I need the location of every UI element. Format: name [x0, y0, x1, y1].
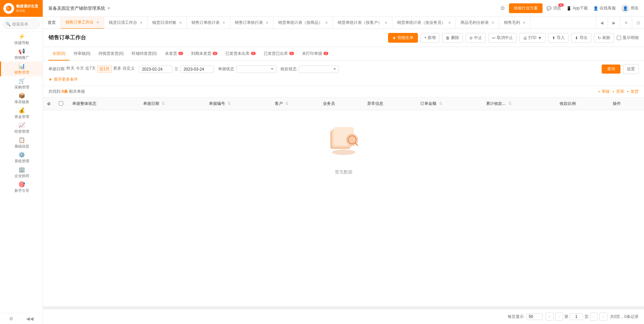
sidebar-item-inventory[interactable]: 📦 库存核算 [0, 91, 43, 106]
new-btn[interactable]: + 新增 [421, 33, 439, 43]
detail-checkbox-input[interactable] [617, 36, 621, 40]
sidebar-item-purchase[interactable]: 🛒 采购管理 [0, 76, 43, 91]
tab-close-cash-reconcile[interactable]: ✕ [179, 21, 182, 25]
collapse-btn[interactable]: ◀◀ [26, 316, 34, 321]
page-last-btn[interactable]: » [599, 313, 607, 321]
tab-close-more[interactable]: ✕ [523, 21, 525, 25]
filter-tab-shipped-not-out[interactable]: 已发货未出库 0 [221, 47, 260, 60]
ship-btn[interactable]: 发货 [627, 89, 639, 94]
tab-close-product[interactable]: ✕ [325, 21, 328, 25]
tab-close-all[interactable]: ✕ [620, 17, 632, 29]
app-download-btn[interactable]: 📱 App下载 [566, 5, 588, 11]
page-size-select[interactable]: 50 10 20 100 [526, 313, 543, 320]
user-menu[interactable]: 👤 用友 [621, 4, 639, 12]
th-received[interactable]: 累计收款... ⇅ [482, 97, 555, 110]
page-input[interactable] [570, 313, 583, 320]
page-prev-btn[interactable]: ‹ [555, 313, 563, 321]
tab-close-staff[interactable]: ✕ [448, 21, 451, 25]
show-detail-checkbox[interactable]: 显示明细 [617, 35, 639, 41]
filter-tab-not-shipped[interactable]: 未发货 0 [161, 47, 187, 60]
tab-maximize[interactable]: ⊡ [632, 17, 644, 29]
sidebar-item-guide[interactable]: 🎯 新手引导 [0, 180, 43, 195]
tab-close-cash-daily[interactable]: ✕ [140, 21, 142, 25]
reject-btn[interactable]: 弃审 [612, 89, 624, 94]
filter-tab-all[interactable]: 全部(0) [48, 47, 70, 60]
status-select[interactable] [236, 66, 276, 73]
sidebar-item-finance[interactable]: 💰 资金管理 [0, 106, 43, 121]
custom-date-btn[interactable]: 自定义 [123, 66, 135, 73]
filter-tab-not-printed[interactable]: 未打印单据 0 [298, 47, 332, 60]
select-all-checkbox[interactable] [59, 101, 63, 106]
tab-sales-more[interactable]: 销售毛利 ✕ [499, 17, 530, 29]
tab-close-exec[interactable]: ✕ [266, 21, 268, 25]
th-number[interactable]: 单据编号 ⇅ [205, 97, 271, 110]
filter-tab-wangpu[interactable]: 旺铺待发货(0) [128, 47, 161, 60]
tab-scroll-left[interactable]: ◀ [596, 17, 608, 29]
th-settings[interactable]: ⚙ [43, 97, 55, 110]
today-btn[interactable]: 今天 [76, 66, 84, 73]
expand-btn[interactable]: ▼ 展开更多条件 [48, 77, 639, 82]
cancel-stop-btn[interactable]: ↩ 取消中止 [488, 33, 517, 43]
import-icon: ⬆ [552, 36, 555, 40]
tab-close-stat[interactable]: ✕ [222, 21, 225, 25]
horizontal-scrollbar[interactable] [43, 306, 644, 309]
settings-btn[interactable]: ⚙ [9, 316, 13, 321]
sidebar-item-operation[interactable]: 📈 经营管理 [0, 121, 43, 135]
tab-sales-order-exec[interactable]: 销售订单执行表 ✕ [230, 17, 273, 29]
audit-btn[interactable]: 审核 [598, 89, 610, 94]
sidebar-item-system[interactable]: ⚙️ 系统管理 [0, 150, 43, 165]
tab-sales-stat-staff[interactable]: 销货单统计表（按业务员） ✕ [392, 17, 456, 29]
tab-cash-reconcile[interactable]: 钱货日清对账 ✕ [147, 17, 187, 29]
smart-btn[interactable]: ★ 智能生单 [388, 33, 418, 43]
sidebar-item-marketing[interactable]: 📢 营销推广 [0, 47, 43, 62]
tab-sales-order-workbench[interactable]: 销售订单工作台 ✕ [61, 17, 104, 29]
print-btn[interactable]: 🖨 打印 ▼ [519, 33, 546, 43]
online-service-btn[interactable]: 👤 在线客服 [593, 5, 616, 11]
filter-tab-pending-review[interactable]: 待审核(0) [70, 47, 95, 60]
th-customer[interactable]: 客户 ⇅ [271, 97, 319, 110]
industry-btn[interactable]: 体验行业方案 [509, 3, 543, 13]
tab-close-sales[interactable]: ✕ [96, 21, 99, 24]
month-btn[interactable]: 近1月 [97, 66, 112, 73]
tab-goods-margin[interactable]: 商品毛利分析表 ✕ [456, 17, 499, 29]
date-from-input[interactable] [139, 66, 172, 73]
payment-select[interactable] [299, 66, 339, 73]
export-btn[interactable]: ⬇ 导出 [571, 33, 591, 43]
import-btn[interactable]: ⬆ 导入 [548, 33, 568, 43]
date-to-input[interactable] [180, 66, 214, 73]
page-next-btn[interactable]: › [590, 313, 598, 321]
sidebar-item-basic[interactable]: 📋 基础信息 [0, 135, 43, 150]
tab-close-customer[interactable]: ✕ [385, 21, 387, 25]
week-btn[interactable]: 近7天 [85, 66, 96, 73]
stop-btn[interactable]: ⊘ 中止 [466, 33, 486, 43]
not-shipped-badge: 0 [178, 52, 183, 55]
tab-cash-daily[interactable]: 钱货日清工作台 ✕ [104, 17, 147, 29]
th-checkbox[interactable] [55, 97, 68, 110]
filter-tab-pending-inspect[interactable]: 待拣货发货(0) [94, 47, 128, 60]
more-date-btn[interactable]: 更多 [113, 66, 121, 73]
set-btn[interactable]: 设置 [623, 64, 639, 74]
tab-sales-order-stat[interactable]: 销售订单统计表 ✕ [187, 17, 230, 29]
th-amount[interactable]: 订单金额 ⇅ [416, 97, 482, 110]
tab-home[interactable]: 首页 [43, 17, 61, 29]
th-date[interactable]: 单据日期 ⇅ [139, 97, 205, 110]
yesterday-btn[interactable]: 昨天 [67, 66, 75, 73]
sidebar-item-corp[interactable]: 🏢 企业协同 [0, 165, 43, 180]
refresh-btn[interactable]: ↻ 刷新 [594, 33, 614, 43]
query-btn[interactable]: 查询 [602, 65, 620, 74]
tab-sales-stat-customer[interactable]: 销货单统计表（按客户） ✕ [333, 17, 392, 29]
delete-btn[interactable]: 🗑 删除 [442, 33, 463, 43]
tab-controls: ◀ ▶ ✕ ⊡ [596, 17, 644, 29]
sidebar-item-quick[interactable]: ⚡ 快捷导航 [0, 32, 43, 47]
tab-close-margin[interactable]: ✕ [491, 21, 494, 25]
messages-btn[interactable]: 💬 消息 6 [547, 5, 561, 11]
sidebar-item-sales[interactable]: 📊 销售管理 [0, 62, 43, 76]
filter-tab-expired[interactable]: 到期未发货 0 [187, 47, 221, 60]
settings-icon[interactable]: ⚙ [500, 5, 505, 11]
tab-sales-label: 销售订单工作台 [66, 19, 94, 25]
sidebar-search-btn[interactable]: 🔍 搜索菜单 [3, 19, 40, 29]
tab-scroll-right[interactable]: ▶ [608, 17, 620, 29]
page-first-btn[interactable]: « [546, 313, 554, 321]
tab-sales-stat-product[interactable]: 销货单统计表（按商品） ✕ [273, 17, 333, 29]
filter-tab-shipped-out[interactable]: 已发货已出库 0 [260, 47, 298, 60]
